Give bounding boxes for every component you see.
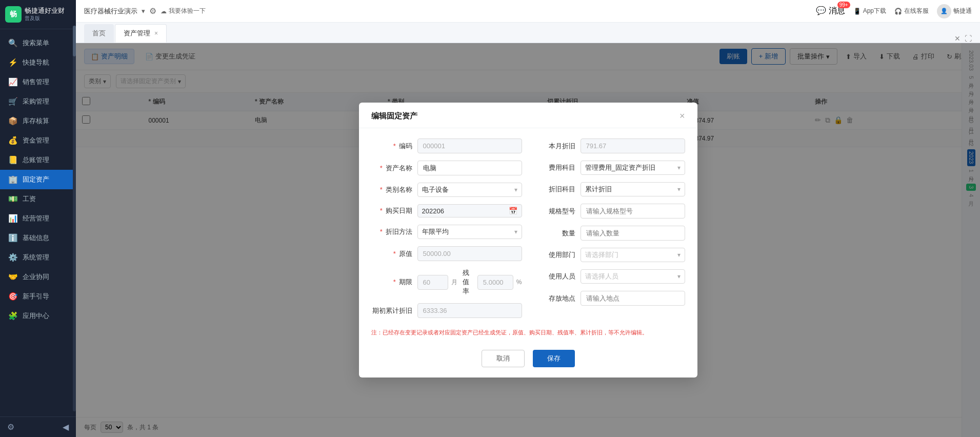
period-residual-row: * 期限 月 残值率 % xyxy=(371,268,522,296)
tab-maximize-icon[interactable]: ⛶ xyxy=(965,34,972,43)
save-btn[interactable]: 保存 xyxy=(533,350,575,367)
sidebar-label-general-ledger: 总账管理 xyxy=(23,155,49,165)
tab-close-icon[interactable]: × xyxy=(154,30,158,37)
sidebar-item-sales[interactable]: 📈 销售管理 xyxy=(0,72,76,92)
sidebar-label-search: 搜索菜单 xyxy=(23,38,49,48)
sidebar-item-search[interactable]: 🔍 搜索菜单 xyxy=(0,33,76,53)
spec-model-input[interactable] xyxy=(581,204,685,218)
settings-icon[interactable]: ⚙ xyxy=(7,422,14,432)
topbar-settings-icon[interactable]: ⚙ xyxy=(149,6,156,16)
dep-subject-row: 折旧科目 累计折旧 ▾ xyxy=(534,182,685,196)
sidebar-label-newbie: 新手引导 xyxy=(23,292,49,301)
sidebar-item-fixed-assets[interactable]: 🏢 固定资产 xyxy=(0,170,76,189)
category-row: * 类别名称 电子设备 ▾ xyxy=(371,183,522,197)
location-label: 存放地点 xyxy=(534,294,581,303)
modal-footer: 取消 保存 xyxy=(359,343,697,378)
sidebar-icon-general-ledger: 📒 xyxy=(8,155,17,165)
sidebar-item-system[interactable]: ⚙️ 系统管理 xyxy=(0,248,76,267)
modal-left-col: * 编码 * 资产名称 xyxy=(371,138,522,325)
staff-label: 使用人员 xyxy=(534,272,581,281)
experience-btn[interactable]: ☁ 我要体验一下 xyxy=(161,7,206,15)
dep-method-label: * 折旧方法 xyxy=(371,227,417,236)
location-input[interactable] xyxy=(581,291,685,306)
sidebar-label-fixed-assets: 固定资产 xyxy=(23,175,49,184)
dep-method-arrow: ▾ xyxy=(514,228,517,235)
app-download-btn[interactable]: 📱 App下载 xyxy=(853,7,886,15)
department-select[interactable]: 请选择部门 ▾ xyxy=(581,248,685,262)
dep-subject-label: 折旧科目 xyxy=(534,185,581,194)
tabbar: 首页 资产管理 × ✕ ⛶ xyxy=(76,23,980,43)
online-service-btn[interactable]: 🎧 在线客服 xyxy=(894,7,929,15)
sidebar-icon-payroll: 💵 xyxy=(8,194,17,204)
sidebar-item-inventory[interactable]: 📦 库存核算 xyxy=(0,111,76,131)
sidebar-icon-newbie: 🎯 xyxy=(8,292,17,301)
sidebar-label-inventory: 库存核算 xyxy=(23,116,49,126)
monthly-dep-label: 本月折旧 xyxy=(534,142,581,151)
sidebar-icon-sales: 📈 xyxy=(8,77,17,87)
quantity-input[interactable] xyxy=(581,226,685,241)
dep-subject-select[interactable]: 累计折旧 ▾ xyxy=(581,182,685,196)
tab-home[interactable]: 首页 xyxy=(84,24,114,43)
original-value-label: * 原值 xyxy=(371,249,417,259)
topbar: 医疗器械行业演示 ▾ ⚙ ☁ 我要体验一下 💬 消息 99+ 📱 App下载 🎧… xyxy=(76,0,980,23)
sidebar-item-general-ledger[interactable]: 📒 总账管理 xyxy=(0,150,76,170)
cancel-btn[interactable]: 取消 xyxy=(482,350,525,367)
sidebar-label-enterprise: 企业协同 xyxy=(23,272,49,282)
date-picker-icon: 📅 xyxy=(509,207,517,215)
message-icon: 💬 xyxy=(816,6,826,15)
period-unit: 月 xyxy=(451,278,457,287)
sidebar: 畅 畅捷通好业财 普及版 🔍 搜索菜单 ⚡ 快捷导航 📈 销售管理 🛒 采购管理… xyxy=(0,0,76,437)
app-logo-text: 畅捷通好业财 普及版 xyxy=(25,7,65,23)
original-value-row: * 原值 xyxy=(371,246,522,261)
period-inline: 月 残值率 % xyxy=(417,268,522,296)
sidebar-icon-system: ⚙️ xyxy=(8,253,17,262)
topbar-right: 💬 消息 99+ 📱 App下载 🎧 在线客服 👤 畅捷通 xyxy=(816,4,972,18)
modal-title: 编辑固定资产 xyxy=(371,111,417,121)
sidebar-item-finance[interactable]: 💰 资金管理 xyxy=(0,131,76,150)
sidebar-item-operations[interactable]: 📊 经营管理 xyxy=(0,209,76,228)
initial-acc-input xyxy=(417,303,522,318)
user-avatar: 👤 xyxy=(937,4,951,18)
modal-note: 注：已经存在变更记录或者对应固定资产已经生成凭证，原值、购买日期、残值率、累计折… xyxy=(371,325,685,337)
message-btn[interactable]: 💬 消息 99+ xyxy=(816,6,845,16)
location-row: 存放地点 xyxy=(534,291,685,306)
topbar-left: 医疗器械行业演示 ▾ ⚙ ☁ 我要体验一下 xyxy=(84,6,206,16)
staff-arrow: ▾ xyxy=(677,273,681,280)
tab-asset-label: 资产管理 xyxy=(124,29,150,38)
dep-method-select[interactable]: 年限平均 ▾ xyxy=(417,225,522,239)
expense-subject-select[interactable]: 管理费用_固定资产折旧 ▾ xyxy=(581,161,685,175)
project-dropdown-icon[interactable]: ▾ xyxy=(142,7,145,15)
name-row: * 资产名称 xyxy=(371,161,522,175)
name-input[interactable] xyxy=(417,161,522,175)
sidebar-icon-enterprise: 🤝 xyxy=(8,272,17,282)
sidebar-item-basic-info[interactable]: ℹ️ 基础信息 xyxy=(0,228,76,248)
modal-close-btn[interactable]: × xyxy=(679,111,685,122)
sidebar-icon-search: 🔍 xyxy=(8,38,17,48)
sidebar-item-quick-nav[interactable]: ⚡ 快捷导航 xyxy=(0,53,76,72)
staff-row: 使用人员 请选择人员 ▾ xyxy=(534,269,685,284)
dep-method-row: * 折旧方法 年限平均 ▾ xyxy=(371,225,522,239)
project-title: 医疗器械行业演示 xyxy=(84,7,137,16)
sidebar-item-app-center[interactable]: 🧩 应用中心 xyxy=(0,306,76,326)
tab-home-label: 首页 xyxy=(92,29,106,38)
sidebar-label-operations: 经营管理 xyxy=(23,214,49,223)
user-avatar-area[interactable]: 👤 畅捷通 xyxy=(937,4,972,18)
initial-acc-row: 期初累计折旧 xyxy=(371,303,522,318)
sidebar-collapse-icon[interactable]: ◀ xyxy=(63,422,69,432)
staff-select[interactable]: 请选择人员 ▾ xyxy=(581,269,685,284)
sidebar-item-purchase[interactable]: 🛒 采购管理 xyxy=(0,92,76,111)
category-select[interactable]: 电子设备 ▾ xyxy=(417,183,522,197)
purchase-date-input[interactable]: 202206 📅 xyxy=(417,204,522,217)
sidebar-icon-basic-info: ℹ️ xyxy=(8,233,17,243)
sidebar-item-newbie[interactable]: 🎯 新手引导 xyxy=(0,287,76,306)
tab-asset-management[interactable]: 资产管理 × xyxy=(115,24,167,43)
sidebar-item-payroll[interactable]: 💵 工资 xyxy=(0,189,76,209)
original-value-input xyxy=(417,246,522,261)
sidebar-item-enterprise[interactable]: 🤝 企业协同 xyxy=(0,267,76,287)
sidebar-icon-fixed-assets: 🏢 xyxy=(8,175,17,184)
tab-minimize-icon[interactable]: ✕ xyxy=(954,34,961,43)
monthly-dep-input xyxy=(581,138,685,153)
sidebar-bottom: ⚙ ◀ xyxy=(0,416,76,437)
code-row: * 编码 xyxy=(371,138,522,153)
sidebar-label-payroll: 工资 xyxy=(23,194,36,204)
